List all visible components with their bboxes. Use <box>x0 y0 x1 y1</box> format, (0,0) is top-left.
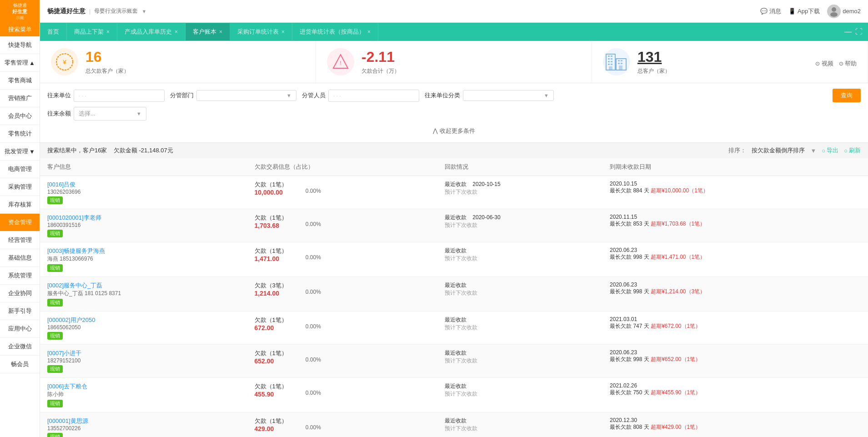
tab-close-goods[interactable]: × <box>106 29 110 35</box>
total-customers-label: 总客户（家） <box>637 67 670 75</box>
customer-name-link[interactable]: [0002]服务中心_丁磊 <box>47 282 102 289</box>
customer-name-link[interactable]: [0007]小进干 <box>47 350 81 357</box>
debt-count: 欠款（3笔） <box>255 281 287 290</box>
debt-count: 欠款（1笔） <box>255 181 287 189</box>
collapse-more-button[interactable]: ⋀ 收起更多条件 <box>47 125 861 137</box>
export-button[interactable]: ○ 导出 <box>822 146 838 155</box>
recovery-date: 最近收款 <box>445 349 595 357</box>
tab-purchase-stat[interactable]: 进货单统计表（按商品） × <box>292 23 378 40</box>
debt-count: 欠款（1笔） <box>255 316 287 324</box>
svg-rect-11 <box>611 58 612 60</box>
overdue-amount-link[interactable]: 超期¥455.90（1笔） <box>651 389 701 396</box>
app-download-button[interactable]: 📱 App下载 <box>788 7 820 15</box>
sidebar-item-newbie[interactable]: 新手引导 <box>0 302 40 320</box>
cell-due-date: 2020.12.30 最长欠款 808 天 超期¥429.00（1笔） <box>602 412 868 437</box>
stat-total-customers: 131 总客户（家） ⊙ 视频 ⊙ 帮助 <box>592 41 868 83</box>
video-button[interactable]: ⊙ 视频 <box>815 60 833 68</box>
sidebar-item-vip-member[interactable]: 畅会员 <box>0 356 40 373</box>
debt-count: 欠款（1笔） <box>255 349 287 357</box>
debt-count: 欠款（1笔） <box>255 214 287 222</box>
main-area: 畅捷通好生意 | 母婴行业演示账套 ▼ 💬 消息 📱 App下载 demo2 <box>40 0 868 437</box>
sidebar-item-wechat[interactable]: 企业微信 <box>0 338 40 356</box>
debt-amount: 455.90 <box>255 391 287 398</box>
recovery-next: 预计下次收款 <box>445 324 595 332</box>
customer-phone: 陈小帅 <box>47 391 240 398</box>
customer-name-link[interactable]: [0016]吕俊 <box>47 181 75 188</box>
tab-minimize-icon[interactable]: — <box>844 28 852 36</box>
overdue-amount-link[interactable]: 超期¥1,214.00（3笔） <box>651 288 705 295</box>
department-select[interactable]: ▼ <box>196 90 296 101</box>
sidebar-item-member[interactable]: 会员中心 <box>0 107 40 125</box>
tab-purchase-order[interactable]: 采购订单统计表 × <box>230 23 292 40</box>
tab-close-purchase-stat[interactable]: × <box>367 29 371 35</box>
manager-input[interactable]: ··· <box>328 90 419 102</box>
tab-maximize-icon[interactable]: ⛶ <box>855 28 863 36</box>
debt-amount-number: -2.11 <box>361 49 400 65</box>
overdue-amount-link[interactable]: 超期¥10,000.00（1笔） <box>651 187 708 194</box>
overdue-amount-link[interactable]: 超期¥672.00（1笔） <box>651 323 701 329</box>
user-avatar-button[interactable]: demo2 <box>827 5 861 18</box>
svg-text:!: ! <box>340 60 341 66</box>
cell-recovery: 最近收款 预计下次收款 <box>437 378 602 412</box>
unit-category-select[interactable]: ▼ <box>463 90 554 101</box>
message-button[interactable]: 💬 消息 <box>760 7 781 15</box>
sidebar-item-batch-mgmt[interactable]: 批发管理 ▼ <box>0 143 40 161</box>
filter-row-1: 往来单位 ··· 分管部门 ▼ 分管人员 ··· <box>47 89 861 102</box>
overdue-amount-link[interactable]: 超期¥1,471.00（1笔） <box>651 254 705 260</box>
source-unit-label: 往来单位 <box>47 91 71 100</box>
content-area: ¥ 16 总欠款客户（家） ! -2.11 欠款合计（万） <box>40 41 868 437</box>
sidebar-item-retail-stat[interactable]: 零售统计 <box>0 125 40 143</box>
tab-product-history[interactable]: 产成品入库单历史 × <box>117 23 186 40</box>
tab-goods[interactable]: 商品上下架 × <box>67 23 117 40</box>
customer-phone: 13552700226 <box>47 425 240 432</box>
tab-home[interactable]: 首页 <box>40 23 67 40</box>
manager-label: 分管人员 <box>302 91 326 100</box>
sidebar-item-quick-nav[interactable]: 快捷导航 <box>0 36 40 54</box>
sidebar-item-retail-store[interactable]: 零售商城 <box>0 72 40 90</box>
topbar-left: 畅捷通好生意 | 母婴行业演示账套 ▼ <box>47 7 146 15</box>
tab-customer-account[interactable]: 客户账本 × <box>186 23 230 40</box>
unit-category-label: 往来单位分类 <box>425 91 460 100</box>
topbar: 畅捷通好生意 | 母婴行业演示账套 ▼ 💬 消息 📱 App下载 demo2 <box>40 0 868 23</box>
stats-bar: ¥ 16 总欠款客户（家） ! -2.11 欠款合计（万） <box>40 41 868 83</box>
refresh-button[interactable]: ○ 刷新 <box>844 146 861 155</box>
sidebar-item-app-center[interactable]: 应用中心 <box>0 320 40 338</box>
customer-name-link[interactable]: [0003]畅捷服务尹海燕 <box>47 247 105 254</box>
col-due-date: 到期未收款日期 <box>602 158 868 176</box>
summary-bar: 搜索结果中，客户16家 欠款金额 -21,148.07元 排序： 按欠款金额倒序… <box>40 143 868 158</box>
customer-name-link[interactable]: [000001]黄思源 <box>47 417 88 424</box>
overdue-amount-link[interactable]: 超期¥1,703.68（1笔） <box>651 221 705 227</box>
sidebar-item-purchase-mgmt[interactable]: 采购管理 <box>0 178 40 196</box>
search-menu[interactable]: 搜索菜单 <box>0 23 40 36</box>
search-button[interactable]: 查询 <box>833 89 861 102</box>
overdue-info: 最长欠款 998 天 超期¥1,471.00（1笔） <box>610 253 861 261</box>
overdue-amount-link[interactable]: 超期¥652.00（1笔） <box>651 356 701 362</box>
cell-recovery: 最近收款 预计下次收款 <box>437 311 602 345</box>
sidebar-item-finance[interactable]: 资金管理 <box>0 214 40 231</box>
customer-name-link[interactable]: [0001020001]李老师 <box>47 214 101 221</box>
customer-name-link[interactable]: [0006]去下粮仓 <box>47 383 87 390</box>
sidebar-item-enterprise[interactable]: 企业协同 <box>0 285 40 302</box>
sidebar-item-basic-info[interactable]: 基础信息 <box>0 249 40 267</box>
customer-name-link[interactable]: [000002]用户2050 <box>47 316 95 323</box>
balance-select[interactable]: 选择... ▼ <box>74 107 146 121</box>
overdue-amount-link[interactable]: 超期¥429.00（1笔） <box>651 424 701 430</box>
help-button[interactable]: ⊙ 帮助 <box>839 60 857 68</box>
sidebar-item-ecommerce[interactable]: 电商管理 <box>0 161 40 178</box>
stat-video-help: ⊙ 视频 ⊙ 帮助 <box>815 56 857 68</box>
tab-close-product-history[interactable]: × <box>175 29 178 35</box>
sidebar-item-ops-mgmt[interactable]: 经营管理 <box>0 231 40 249</box>
table-row: [0002]服务中心_丁磊 服务中心_丁磊 181 0125 8371 现销 欠… <box>40 277 868 311</box>
sidebar-item-system[interactable]: 系统管理 <box>0 267 40 285</box>
source-unit-dots: ··· <box>79 92 88 99</box>
sidebar-item-retail-mgmt[interactable]: 零售管理 ▲ <box>0 54 40 72</box>
due-date: 2020.10.15 <box>610 181 861 187</box>
sort-value[interactable]: 按欠款金额倒序排序 <box>752 146 805 155</box>
sidebar-item-inventory[interactable]: 库存核算 <box>0 196 40 214</box>
cell-recovery: 最近收款 预计下次收款 <box>437 277 602 311</box>
sidebar-item-marketing[interactable]: 营销推广 <box>0 90 40 107</box>
tab-close-customer-account[interactable]: × <box>219 29 222 35</box>
source-unit-input[interactable]: ··· <box>74 90 165 102</box>
tab-close-purchase-order[interactable]: × <box>281 29 285 35</box>
svg-rect-21 <box>621 63 622 64</box>
